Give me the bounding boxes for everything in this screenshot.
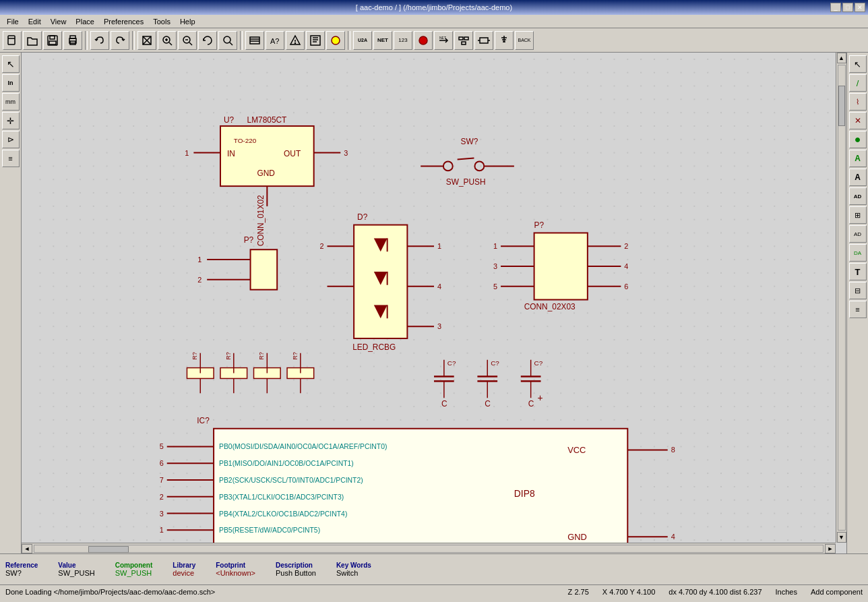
rt-grid[interactable]: ⊞	[849, 206, 867, 224]
svg-text:SW?: SW?	[461, 137, 478, 146]
description-field: Description Push Button	[276, 562, 316, 577]
rt-junction[interactable]: ●	[849, 131, 867, 148]
svg-rect-38	[480, 38, 488, 43]
svg-text:3: 3	[493, 262, 497, 270]
svg-text:DIP8: DIP8	[514, 488, 535, 499]
maximize-button[interactable]: □	[842, 3, 853, 12]
rt-ad2[interactable]: AD	[849, 225, 867, 243]
pwr-button[interactable]	[495, 31, 514, 50]
scroll-right[interactable]: ►	[825, 544, 836, 553]
svg-text:3: 3	[344, 149, 348, 157]
svg-text:4: 4	[437, 282, 441, 291]
select-tool[interactable]: ↖	[2, 55, 20, 73]
find-button[interactable]	[218, 31, 237, 50]
footprint-field: Footprint <Unknown>	[216, 562, 255, 577]
bom-button[interactable]	[306, 31, 325, 50]
redo-button[interactable]	[111, 31, 129, 50]
save-button[interactable]	[43, 31, 62, 50]
refresh-button[interactable]	[198, 31, 217, 50]
svg-text:A?: A?	[270, 37, 279, 45]
print-button[interactable]	[63, 31, 82, 50]
scroll-up[interactable]: ▲	[837, 53, 846, 63]
rt-cursor[interactable]: ↖	[849, 55, 867, 73]
orient-tool[interactable]: ⊳	[2, 131, 20, 148]
svg-text:4: 4	[671, 533, 675, 541]
close-button[interactable]: ✕	[855, 3, 865, 12]
scroll-down[interactable]: ▼	[837, 532, 846, 543]
new-button[interactable]	[3, 31, 22, 50]
menu-view[interactable]: View	[46, 16, 71, 27]
rt-wire[interactable]: /	[849, 74, 867, 92]
svg-point-18	[224, 36, 230, 43]
h-scroll-thumb[interactable]	[88, 546, 129, 553]
menu-preferences[interactable]: Preferences	[100, 16, 148, 27]
svg-text:VCC: VCC	[567, 445, 586, 455]
net-button[interactable]: NET	[373, 31, 392, 50]
erc-button[interactable]	[286, 31, 305, 50]
rt-ad[interactable]: AD	[849, 187, 867, 205]
window-controls[interactable]: _ □ ✕	[830, 3, 865, 12]
h-scroll-track[interactable]	[34, 545, 824, 553]
u2a-button[interactable]: U2A	[353, 31, 372, 50]
menu-tools[interactable]: Tools	[149, 16, 175, 27]
menu-edit[interactable]: Edit	[24, 16, 45, 27]
svg-text:PB5(RESET/dW/ADC0/PCINT5): PB5(RESET/dW/ADC0/PCINT5)	[219, 526, 320, 534]
netlist-button[interactable]	[245, 31, 264, 50]
svg-text:1: 1	[160, 526, 164, 534]
scroll-left[interactable]: ◄	[22, 544, 32, 553]
menu-help[interactable]: Help	[176, 16, 199, 27]
sym-button[interactable]	[474, 31, 493, 50]
zoom-out-button[interactable]	[178, 31, 197, 50]
sep1	[85, 31, 88, 50]
svg-rect-3	[50, 36, 55, 39]
rt-bus[interactable]: ⌇	[849, 93, 867, 111]
canvas-area[interactable]: 1 3 U? LM7805CT TO-220 IN OUT GND	[22, 53, 846, 553]
svg-text:2: 2	[319, 242, 323, 250]
123-button[interactable]: 123	[394, 31, 412, 50]
svg-line-16	[189, 42, 192, 45]
rt-delete[interactable]: ✕	[849, 112, 867, 129]
annotate-button[interactable]: A?	[266, 31, 284, 50]
rt-netlist[interactable]: ≡	[849, 301, 867, 318]
minimize-button[interactable]: _	[830, 3, 841, 12]
window-title: [ aac-demo / ] (/home/jimbo/Projects/aac…	[356, 3, 512, 11]
reference-field: Reference SW?	[5, 562, 38, 577]
rt-da[interactable]: DA	[849, 244, 867, 262]
v-scroll-thumb[interactable]	[838, 86, 845, 126]
script-button[interactable]	[414, 31, 433, 50]
svg-text:6: 6	[624, 282, 628, 291]
measure-tool[interactable]: mm	[2, 93, 20, 111]
zoom-button[interactable]	[158, 31, 177, 50]
h-scrollbar[interactable]: ◄ ►	[22, 543, 836, 553]
menu-file[interactable]: File	[3, 16, 23, 27]
svg-point-32	[419, 36, 427, 44]
svg-text:P?: P?	[244, 235, 254, 245]
svg-text:C?: C?	[534, 359, 543, 367]
layout-tool[interactable]: ≡	[2, 150, 20, 167]
sep2	[132, 31, 135, 50]
undo-button[interactable]	[90, 31, 109, 50]
svg-text:OUT: OUT	[284, 149, 301, 158]
zoom-in-tool[interactable]: In	[2, 74, 20, 92]
rt-text[interactable]: T	[849, 263, 867, 280]
highlight-button[interactable]	[326, 31, 345, 50]
v-scrollbar[interactable]: ▲ ▼	[836, 53, 846, 543]
keywords-value: Switch	[336, 569, 371, 577]
svg-text:PB2(SCK/USCK/SCL/T0/INT0/ADC1/: PB2(SCK/USCK/SCL/T0/INT0/ADC1/PCINT2)	[219, 477, 363, 484]
open-button[interactable]	[23, 31, 42, 50]
net-nav-button[interactable]: NET	[434, 31, 453, 50]
component-label: Component	[115, 562, 153, 569]
svg-text:1: 1	[437, 242, 441, 250]
rt-hier[interactable]: ⊟	[849, 282, 867, 299]
back-button[interactable]: BACK	[515, 31, 534, 50]
hier-button[interactable]	[454, 31, 473, 50]
svg-text:R?: R?	[292, 352, 299, 359]
move-tool[interactable]: ✛	[2, 112, 20, 129]
v-scroll-track[interactable]	[838, 65, 846, 531]
zoom-fit-button[interactable]	[137, 31, 156, 50]
menu-place[interactable]: Place	[71, 16, 98, 27]
rt-a2[interactable]: A	[849, 169, 867, 186]
rt-a1[interactable]: A	[849, 150, 867, 167]
menu-bar: File Edit View Place Preferences Tools H…	[0, 15, 868, 28]
description-label: Description	[276, 562, 316, 569]
